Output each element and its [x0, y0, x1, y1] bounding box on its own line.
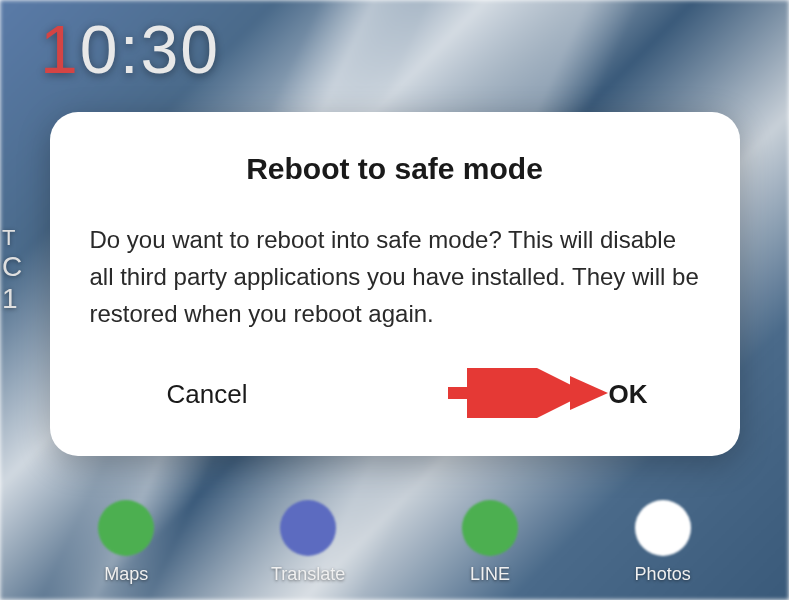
app-label-maps: Maps — [104, 564, 148, 585]
photos-icon — [635, 500, 691, 556]
clock-hour-first: 1 — [40, 11, 80, 87]
status-clock: 10:30 — [40, 10, 220, 88]
maps-icon — [98, 500, 154, 556]
side-partial-text: T C 1 — [2, 225, 22, 315]
app-dock: Maps Translate LINE Photos — [0, 500, 789, 585]
app-item-translate[interactable]: Translate — [271, 500, 345, 585]
cancel-button[interactable]: Cancel — [155, 373, 260, 416]
app-item-maps[interactable]: Maps — [98, 500, 154, 585]
dialog-title: Reboot to safe mode — [90, 152, 700, 186]
safe-mode-dialog: Reboot to safe mode Do you want to reboo… — [50, 112, 740, 456]
clock-rest: 0:30 — [80, 11, 220, 87]
app-label-translate: Translate — [271, 564, 345, 585]
app-label-photos: Photos — [635, 564, 691, 585]
translate-icon — [280, 500, 336, 556]
line-icon — [462, 500, 518, 556]
ok-button[interactable]: OK — [597, 373, 660, 416]
app-item-line[interactable]: LINE — [462, 500, 518, 585]
dialog-body: Do you want to reboot into safe mode? Th… — [90, 221, 700, 333]
app-label-line: LINE — [470, 564, 510, 585]
app-item-photos[interactable]: Photos — [635, 500, 691, 585]
dialog-actions: Cancel OK — [90, 373, 700, 426]
